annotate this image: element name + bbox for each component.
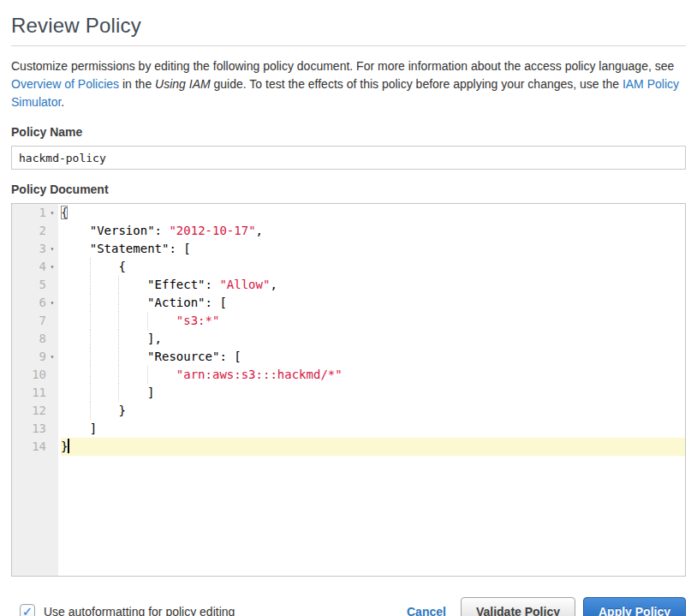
indent-space (61, 294, 90, 312)
code-line[interactable]: "Effect": "Allow", (61, 276, 685, 294)
code-token-plain: ] (147, 386, 154, 399)
code-token-key: "Resource" (147, 350, 219, 363)
indent-guide (147, 312, 176, 330)
gutter-line: 6▾ (12, 294, 58, 312)
gutter-line: 11 (12, 384, 58, 402)
line-number: 9 (39, 348, 46, 366)
indent-guide (90, 384, 119, 402)
indent-space (61, 366, 90, 384)
indent-guide (118, 312, 147, 330)
editor-content[interactable]: {"Version": "2012-10-17","Statement": [{… (58, 204, 685, 576)
line-number: 2 (39, 222, 46, 240)
line-number: 10 (32, 366, 46, 384)
code-token-plain: , (270, 278, 277, 291)
line-number: 13 (32, 420, 46, 438)
text-cursor (68, 439, 69, 453)
code-line[interactable]: "arn:aws:s3:::hackmd/*" (61, 366, 685, 384)
cancel-link[interactable]: Cancel (407, 605, 446, 616)
indent-guide (118, 348, 147, 366)
code-line[interactable]: "Resource": [ (61, 348, 685, 366)
code-line[interactable]: "Statement": [ (61, 240, 685, 258)
description-text-3: guide. To test the effects of this polic… (211, 77, 623, 91)
indent-guide (118, 330, 147, 348)
indent-space (61, 258, 90, 276)
code-token-plain: : (206, 278, 220, 291)
gutter-line: 9▾ (12, 348, 58, 366)
autoformat-checkbox[interactable]: ✓ (20, 604, 35, 616)
indent-guide (90, 330, 119, 348)
page-title: Review Policy (11, 14, 686, 38)
validate-policy-button[interactable]: Validate Policy (461, 597, 575, 616)
policy-name-label: Policy Name (11, 125, 686, 139)
line-number: 14 (32, 438, 46, 456)
autoformat-option[interactable]: ✓ Use autoformatting for policy editing (11, 604, 235, 616)
line-number: 1 (39, 204, 46, 222)
code-line[interactable]: "Action": [ (61, 294, 685, 312)
indent-space (61, 384, 90, 402)
description-text-4: . (61, 95, 64, 109)
indent-guide (147, 366, 176, 384)
fold-arrow-icon[interactable]: ▾ (46, 240, 58, 258)
code-token-key: "Statement" (90, 242, 170, 255)
indent-guide (90, 402, 119, 420)
code-token-plain: : [ (219, 350, 241, 363)
code-token-plain: ] (90, 422, 97, 435)
gutter-line: 12 (12, 402, 58, 420)
fold-arrow-icon[interactable]: ▾ (46, 294, 58, 312)
review-policy-page: Review Policy Customize permissions by e… (0, 0, 697, 616)
code-line[interactable]: ] (61, 420, 685, 438)
code-token-key: "Effect" (147, 278, 205, 291)
code-line[interactable]: { (61, 258, 685, 276)
code-line[interactable]: } (61, 438, 685, 456)
using-iam-guide-name: Using IAM (155, 77, 211, 91)
code-token-string: "arn:aws:s3:::hackmd/*" (176, 368, 343, 381)
gutter-line: 7 (12, 312, 58, 330)
checkmark-icon: ✓ (22, 605, 33, 616)
policy-name-input[interactable] (11, 146, 686, 170)
indent-space (61, 312, 90, 330)
code-token-key: "Version" (90, 224, 155, 237)
code-token-key: "Action" (147, 296, 205, 309)
code-token-plain: : [ (169, 242, 190, 255)
policy-document-editor[interactable]: 1▾23▾4▾56▾789▾1011121314 {"Version": "20… (11, 203, 686, 577)
autoformat-label: Use autoformatting for policy editing (44, 605, 235, 616)
apply-policy-button[interactable]: Apply Policy (583, 597, 686, 616)
overview-of-policies-link[interactable]: Overview of Policies (11, 77, 119, 91)
indent-guide (118, 366, 147, 384)
indent-guide (90, 276, 119, 294)
gutter-line: 10 (12, 366, 58, 384)
description-text-1: Customize permissions by editing the fol… (11, 59, 674, 73)
indent-space (61, 276, 90, 294)
code-line[interactable]: "Version": "2012-10-17", (61, 222, 685, 240)
editor-gutter: 1▾23▾4▾56▾789▾1011121314 (12, 204, 58, 576)
code-line[interactable]: ] (61, 384, 685, 402)
indent-space (61, 330, 90, 348)
code-token-plain: : (155, 224, 170, 237)
indent-space (61, 420, 90, 438)
fold-arrow-icon[interactable]: ▾ (46, 204, 58, 222)
code-token-plain: ], (147, 332, 162, 345)
code-token-string: "s3:*" (176, 314, 220, 327)
gutter-line: 4▾ (12, 258, 58, 276)
code-line[interactable]: "s3:*" (61, 312, 685, 330)
indent-space (61, 240, 90, 258)
code-token-plain: } (61, 440, 68, 453)
gutter-line: 2 (12, 222, 58, 240)
gutter-line: 14 (12, 438, 58, 456)
indent-guide (118, 384, 147, 402)
code-line[interactable]: ], (61, 330, 685, 348)
policy-document-label: Policy Document (11, 182, 686, 196)
code-line[interactable]: } (61, 402, 685, 420)
indent-guide (118, 276, 147, 294)
description-text-2: in the (119, 77, 155, 91)
line-number: 5 (39, 276, 46, 294)
fold-arrow-icon[interactable]: ▾ (46, 348, 58, 366)
indent-guide (90, 366, 119, 384)
code-line[interactable]: { (61, 204, 685, 222)
indent-guide (90, 312, 119, 330)
footer-actions: Cancel Validate Policy Apply Policy (407, 597, 686, 616)
line-number: 6 (39, 294, 46, 312)
code-token-paren_match: { (61, 206, 68, 219)
fold-arrow-icon[interactable]: ▾ (46, 258, 58, 276)
gutter-line: 1▾ (12, 204, 58, 222)
